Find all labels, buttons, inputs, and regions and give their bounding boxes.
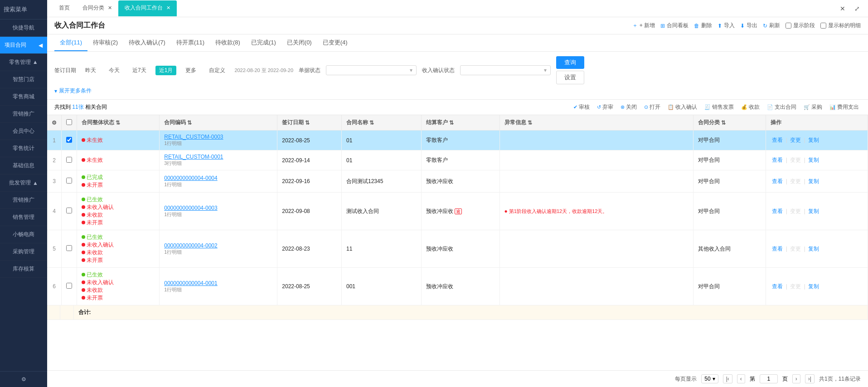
sidebar-item-retail-stats[interactable]: 零售统计 [0, 140, 47, 157]
row-checkbox[interactable] [62, 170, 77, 193]
copy-btn[interactable]: 复制 [807, 178, 820, 184]
status-tab-pending-invoice[interactable]: 待开票(11) [171, 35, 210, 51]
sidebar-item-retail-mall[interactable]: 零售商城 [0, 88, 47, 106]
sidebar-item-inventory[interactable]: 库存核算 [0, 261, 47, 278]
invoice-btn[interactable]: 🧾 销售发票 [703, 102, 736, 112]
abandon-btn[interactable]: ↺ 弃审 [595, 102, 615, 112]
edit-btn[interactable]: 变更 [789, 178, 802, 184]
first-page-btn[interactable]: |‹ [723, 374, 732, 383]
filter-yesterday[interactable]: 昨天 [82, 66, 100, 75]
view-btn[interactable]: 查看 [771, 137, 784, 143]
prev-page-btn[interactable]: ‹ [737, 374, 745, 383]
sidebar-settings[interactable]: ⚙ [0, 371, 47, 387]
status-tab-changed[interactable]: 已变更(4) [317, 35, 353, 51]
sidebar-item-member[interactable]: 会员中心 [0, 123, 47, 140]
refresh-btn[interactable]: ↻ 刷新 [763, 22, 780, 29]
filter-more[interactable]: 更多 [182, 66, 200, 75]
sidebar-search[interactable]: 搜索菜单 [0, 0, 47, 19]
sidebar-item-purchase[interactable]: 采购管理 [0, 243, 47, 261]
copy-btn[interactable]: 复制 [807, 208, 820, 214]
row-checkbox[interactable] [62, 131, 77, 150]
page-size-select[interactable]: 50 ▾ [701, 374, 718, 383]
row-checkbox[interactable] [62, 193, 77, 230]
query-btn[interactable]: 查询 [556, 56, 584, 69]
tab-home[interactable]: 首页 [53, 0, 76, 16]
status-tab-all[interactable]: 全部(11) [54, 35, 87, 51]
tab-contract-category[interactable]: 合同分类 ✕ [76, 0, 118, 16]
edit-btn[interactable]: 变更 [789, 137, 802, 143]
status-tab-pending-payment[interactable]: 待收款(8) [210, 35, 246, 51]
view-btn[interactable]: 查看 [771, 283, 784, 290]
sidebar-item-sales[interactable]: 销售管理 [0, 209, 47, 226]
filter-last7days[interactable]: 近7天 [129, 66, 150, 75]
page-input[interactable] [760, 374, 778, 383]
row-checkbox[interactable] [62, 268, 77, 305]
review-btn[interactable]: ✔ 审核 [572, 102, 592, 112]
add-btn[interactable]: ＋ + 新增 [632, 22, 655, 29]
filter-today[interactable]: 今天 [105, 66, 123, 75]
edit-btn[interactable]: 变更 [789, 283, 802, 290]
checkbox-col-header[interactable] [62, 115, 77, 131]
filter-last1month[interactable]: 近1月 [155, 66, 177, 75]
copy-btn[interactable]: 复制 [807, 246, 820, 252]
import-btn[interactable]: ⬆ 导入 [718, 22, 735, 29]
doc-status-select[interactable]: ▾ [326, 65, 417, 75]
status-tab-pending-review[interactable]: 待审核(2) [87, 35, 123, 51]
out-contract-btn[interactable]: 📄 支出合同 [765, 102, 798, 112]
sidebar-item-ecommerce[interactable]: 小畅电商 [0, 226, 47, 243]
contract-code-link[interactable]: 0000000000004-0004 [164, 175, 217, 181]
tab-income-workbench[interactable]: 收入合同工作台 ✕ [118, 0, 177, 16]
window-maximize-btn[interactable]: ⤢ [852, 4, 863, 13]
sidebar-item-marketing[interactable]: 营销推广 [0, 106, 47, 123]
contract-code-link[interactable]: RETAIL_CUSTOM-0001 [164, 154, 223, 160]
status-tab-pending-confirm[interactable]: 待收入确认(7) [123, 35, 171, 51]
window-close-btn[interactable]: ✕ [837, 4, 848, 13]
view-btn[interactable]: 查看 [771, 178, 784, 184]
expand-btn[interactable]: ▾ 展开更多条件 [54, 87, 92, 95]
delete-btn[interactable]: 🗑 删除 [694, 22, 712, 29]
contract-code-link[interactable]: 0000000000004-0001 [164, 280, 217, 286]
sidebar-item-project[interactable]: 项目合同 ◀ [0, 37, 47, 54]
tab-contract-category-close[interactable]: ✕ [108, 5, 112, 11]
edit-btn[interactable]: 变更 [789, 208, 802, 214]
view-btn[interactable]: 查看 [771, 157, 784, 163]
contract-code-link[interactable]: 0000000000004-0003 [164, 205, 217, 211]
purchase-btn[interactable]: 🛒 采购 [802, 102, 824, 112]
view-btn[interactable]: 查看 [771, 246, 784, 252]
sidebar-item-marketing2[interactable]: 营销推广 [0, 192, 47, 209]
status-tab-closed[interactable]: 已关闭(0) [281, 35, 317, 51]
expense-btn[interactable]: 📊 费用支出 [828, 102, 861, 112]
col-status: 合同整体状态 ⇅ [77, 115, 160, 131]
view-btn[interactable]: 查看 [771, 208, 784, 214]
edit-btn[interactable]: 变更 [789, 246, 802, 252]
copy-btn[interactable]: 复制 [807, 157, 820, 163]
export-btn[interactable]: ⬇ 导出 [740, 22, 757, 29]
filter-custom[interactable]: 自定义 [205, 66, 229, 75]
contract-code-link[interactable]: 0000000000004-0002 [164, 242, 217, 249]
settings-col-header[interactable]: ⚙ [47, 115, 62, 131]
row-checkbox[interactable] [62, 150, 77, 170]
status-tab-completed[interactable]: 已完成(1) [246, 35, 281, 51]
confirm-btn[interactable]: 📋 收入确认 [666, 102, 699, 112]
row-checkbox[interactable] [62, 230, 77, 268]
sidebar-item-smart-store[interactable]: 智慧门店 [0, 71, 47, 88]
open-btn[interactable]: ⊙ 打开 [642, 102, 662, 112]
next-page-btn[interactable]: › [792, 374, 800, 383]
sidebar-item-retail[interactable]: 零售管理 ▲ [0, 54, 47, 71]
show-stage-check[interactable]: 显示阶段 [786, 22, 815, 29]
edit-btn[interactable]: 变更 [789, 157, 802, 163]
confirm-status-select[interactable]: ▾ [460, 65, 551, 75]
last-page-btn[interactable]: ›| [805, 374, 815, 383]
close-btn[interactable]: ⊗ 关闭 [619, 102, 639, 112]
sidebar-item-basic-info[interactable]: 基础信息 [0, 157, 47, 174]
payment-btn[interactable]: 💰 收款 [739, 102, 761, 112]
setting-btn[interactable]: 设置 [556, 71, 584, 84]
copy-btn[interactable]: 复制 [807, 137, 820, 143]
copy-btn[interactable]: 复制 [807, 283, 820, 290]
board-btn[interactable]: ⊞ 合同看板 [660, 22, 689, 29]
contract-code-link[interactable]: RETAIL_CUSTOM-0003 [164, 134, 223, 140]
tab-income-workbench-close[interactable]: ✕ [166, 5, 170, 11]
sidebar-item-nav[interactable]: 快捷导航 [0, 19, 47, 37]
show-detail-check[interactable]: 显示标的明细 [820, 22, 861, 29]
sidebar-item-wholesale[interactable]: 批发管理 ▲ [0, 174, 47, 192]
